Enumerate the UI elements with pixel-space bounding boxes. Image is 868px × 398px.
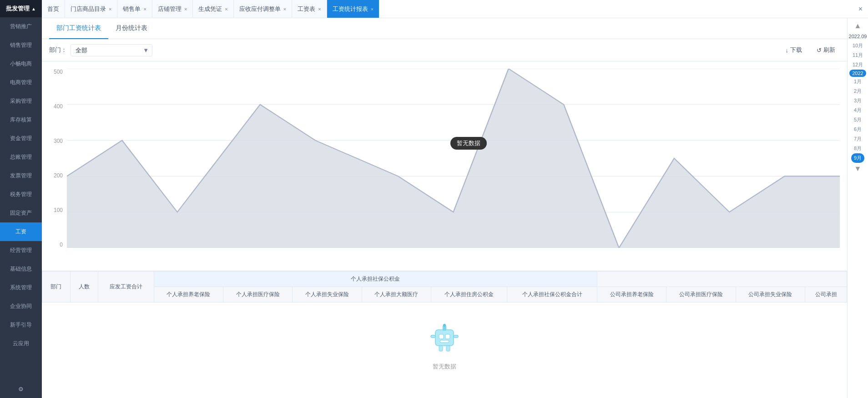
chart-svg-wrapper: 暂无数据 <box>67 69 840 248</box>
empty-icon <box>426 321 463 357</box>
timeline-month-5[interactable]: 5月 <box>854 115 862 125</box>
tab-close-payroll[interactable]: × <box>318 6 321 12</box>
sidebar-item-xiaochang[interactable]: 小畅电商 <box>0 55 42 73</box>
svg-rect-16 <box>446 346 450 351</box>
th-company-medical: 公司承担医疗保险 <box>666 287 736 302</box>
tab-home[interactable]: 首页 <box>42 0 65 18</box>
dept-select[interactable]: 全部 <box>71 44 152 56</box>
tab-ar-ap[interactable]: 应收应付调整单 × <box>234 0 292 18</box>
th-total-wage: 应发工资合计 <box>98 272 154 302</box>
download-icon: ↓ <box>786 47 789 54</box>
sidebar-item-dianshang[interactable]: 电商管理 <box>0 73 42 92</box>
toolbar-left: 部门： 全部 ▼ <box>49 44 152 56</box>
timeline-nav-down[interactable]: ▼ <box>853 163 863 175</box>
timeline-year-2022-09[interactable]: 2022.09 <box>849 32 867 41</box>
timeline-month-3[interactable]: 3月 <box>854 96 862 106</box>
sidebar-settings-button[interactable]: ⚙ <box>0 380 42 398</box>
empty-state: 暂无数据 <box>42 302 847 389</box>
timeline-month-7[interactable]: 7月 <box>854 134 862 144</box>
timeline-month-10[interactable]: 10月 <box>853 41 863 50</box>
sidebar-item-zhangzhang[interactable]: 总账管理 <box>0 148 42 166</box>
sidebar-header-label: 批发管理 <box>6 5 30 13</box>
sidebar-item-shuiwu[interactable]: 税务管理 <box>0 185 42 204</box>
tab-payroll[interactable]: 工资表 × <box>292 0 327 18</box>
sidebar-item-yunyingyong[interactable]: 云应用 <box>0 334 42 353</box>
th-personal-social: 个人承担社保公积金 <box>154 272 597 287</box>
y-label-400: 400 <box>49 103 63 110</box>
sidebar-item-gongzi[interactable]: 工资 <box>0 222 42 241</box>
timeline-nav-up[interactable]: ▲ <box>853 20 863 32</box>
timeline-month-9[interactable]: 9月 <box>851 153 864 163</box>
sidebar-item-zijin[interactable]: 资金管理 <box>0 129 42 148</box>
empty-text: 暂无数据 <box>433 363 456 371</box>
svg-rect-13 <box>431 335 435 338</box>
table-wrapper[interactable]: 部门 人数 应发工资合计 个人承担社保公积金 个人承担养老保险 个人承担医疗保险… <box>42 271 847 398</box>
sidebar-item-jingying[interactable]: 经营管理 <box>0 241 42 260</box>
payroll-table: 部门 人数 应发工资合计 个人承担社保公积金 个人承担养老保险 个人承担医疗保险… <box>42 271 847 302</box>
timeline-month-4[interactable]: 4月 <box>854 106 862 115</box>
tab-close-sales-order[interactable]: × <box>143 6 146 12</box>
tab-close-ar-ap[interactable]: × <box>283 6 286 12</box>
tab-close-payroll-report[interactable]: × <box>371 6 373 12</box>
tab-close-voucher[interactable]: × <box>225 6 227 12</box>
chart-svg <box>67 69 840 248</box>
tab-close-shop-catalog[interactable]: × <box>109 6 111 12</box>
tab-shop-catalog[interactable]: 门店商品目录 × <box>65 0 117 18</box>
tab-payroll-report[interactable]: 工资统计报表 × <box>327 0 379 18</box>
content-area: 部门工资统计表 月份统计表 部门： 全部 ▼ <box>42 18 868 398</box>
sub-tab-month[interactable]: 月份统计表 <box>108 19 155 39</box>
th-personal-medical: 个人承担医疗保险 <box>223 287 292 302</box>
timeline-month-12[interactable]: 12月 <box>853 60 863 70</box>
svg-point-12 <box>443 324 446 327</box>
gear-icon: ⚙ <box>18 386 24 393</box>
page-content: 部门工资统计表 月份统计表 部门： 全部 ▼ <box>42 18 847 398</box>
svg-rect-9 <box>445 334 450 339</box>
sidebar-item-xiaoshou[interactable]: 销售管理 <box>0 36 42 55</box>
toolbar-right: ↓ 下载 ↺ 刷新 <box>781 44 840 56</box>
th-company-social <box>597 272 847 287</box>
th-company-pension: 公司承担养老保险 <box>597 287 666 302</box>
sidebar-item-fapiao[interactable]: 发票管理 <box>0 166 42 185</box>
chart-area: 500 400 300 200 100 0 <box>42 61 847 271</box>
sidebar-item-caigou[interactable]: 采购管理 <box>0 92 42 111</box>
sidebar-item-jichu[interactable]: 基础信息 <box>0 260 42 278</box>
timeline-month-11[interactable]: 11月 <box>853 50 863 60</box>
sidebar-item-xitong[interactable]: 系统管理 <box>0 278 42 297</box>
svg-rect-7 <box>435 330 454 346</box>
sidebar-item-gudingzichan[interactable]: 固定资产 <box>0 204 42 222</box>
tab-sales-order[interactable]: 销售单 × <box>117 0 152 18</box>
sidebar-item-kucun[interactable]: 库存核算 <box>0 111 42 129</box>
sidebar-item-xinshouyindao[interactable]: 新手引导 <box>0 316 42 334</box>
timeline-month-2[interactable]: 2月 <box>854 86 862 96</box>
tab-voucher[interactable]: 生成凭证 × <box>193 0 233 18</box>
tab-bar-close-button[interactable]: × <box>853 5 868 13</box>
download-button[interactable]: ↓ 下载 <box>781 44 807 56</box>
y-label-200: 200 <box>49 172 63 179</box>
th-company-unemployment: 公司承担失业保险 <box>736 287 805 302</box>
tab-store-mgmt[interactable]: 店铺管理 × <box>152 0 193 18</box>
tab-close-store-mgmt[interactable]: × <box>184 6 187 12</box>
sidebar-item-yingxiao[interactable]: 营销推广 <box>0 17 42 36</box>
toolbar: 部门： 全部 ▼ ↓ 下载 <box>42 39 847 61</box>
timeline-month-6[interactable]: 6月 <box>854 125 862 134</box>
svg-rect-8 <box>439 334 444 339</box>
sidebar-item-qiyexietong[interactable]: 企业协同 <box>0 297 42 316</box>
svg-rect-14 <box>454 335 458 338</box>
svg-marker-6 <box>67 69 840 248</box>
y-label-0: 0 <box>49 242 63 248</box>
dept-label: 部门： <box>49 46 67 54</box>
timeline-month-1[interactable]: 1月 <box>854 77 862 86</box>
tab-bar: 首页 门店商品目录 × 销售单 × 店铺管理 × 生成凭证 × 应收应付调整单 … <box>42 0 868 18</box>
refresh-button[interactable]: ↺ 刷新 <box>812 44 840 56</box>
th-dept: 部门 <box>42 272 71 302</box>
svg-rect-15 <box>439 346 443 351</box>
y-label-500: 500 <box>49 69 63 75</box>
sidebar-header[interactable]: 批发管理 ▲ <box>0 0 42 17</box>
timeline-month-8[interactable]: 8月 <box>854 144 862 153</box>
chart-y-axis: 500 400 300 200 100 0 <box>49 69 63 248</box>
timeline-sidebar: ▲ 2022.09 10月 11月 12月 2022 1月 2月 3月 4月 5… <box>847 18 868 398</box>
sub-tab-dept[interactable]: 部门工资统计表 <box>49 19 108 39</box>
th-personal-large-medical: 个人承担大额医疗 <box>362 287 431 302</box>
timeline-year-badge-2022[interactable]: 2022 <box>849 70 866 77</box>
sidebar: 批发管理 ▲ 营销推广 销售管理 小畅电商 电商管理 采购管理 库存核算 资金管… <box>0 0 42 398</box>
